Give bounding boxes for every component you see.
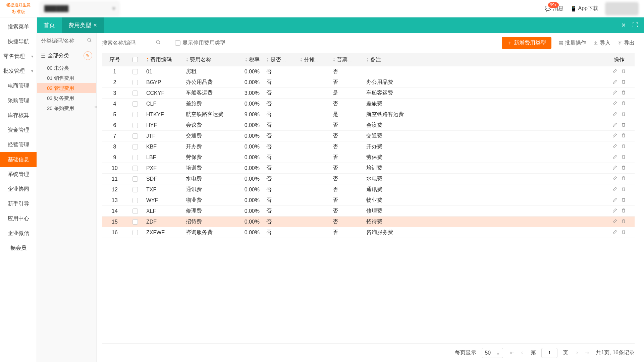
table-row[interactable]: 4CLF差旅费0.00%否否差旅费 (102, 99, 635, 109)
edit-icon[interactable] (612, 90, 618, 96)
add-expense-type-button[interactable]: ＋ 新增费用类型 (502, 37, 551, 49)
delete-icon[interactable] (621, 219, 626, 225)
delete-icon[interactable] (621, 165, 626, 171)
col-index[interactable]: 序号 (102, 56, 127, 63)
edit-icon[interactable] (612, 79, 618, 85)
tab-close-all[interactable]: ✕ (619, 21, 628, 29)
col-select-all[interactable] (127, 57, 143, 62)
col-b[interactable]: ▲▼分摊… (297, 56, 329, 63)
edit-icon[interactable]: ✎ (84, 51, 92, 60)
row-checkbox[interactable] (127, 230, 143, 235)
delete-icon[interactable] (621, 101, 626, 107)
table-row[interactable]: 8KBF开办费0.00%否否开办费 (102, 141, 635, 152)
sidebar-item[interactable]: 企业协同 (0, 182, 37, 196)
close-icon[interactable]: ✕ (93, 22, 97, 28)
delete-icon[interactable] (621, 154, 626, 161)
sidebar-item[interactable]: 搜索菜单 (0, 19, 37, 34)
table-row[interactable]: 5HTKYF航空铁路客运费9.00%否是航空铁路客运费 (102, 109, 635, 120)
collapse-icon[interactable]: « (94, 104, 97, 109)
row-checkbox[interactable] (127, 198, 143, 203)
sidebar-item[interactable]: 电商管理 (0, 78, 37, 93)
sidebar-item[interactable]: 新手引导 (0, 196, 37, 211)
col-code[interactable]: ▲▼费用编码 (143, 56, 182, 63)
sidebar-item[interactable]: 快捷导航 (0, 34, 37, 49)
app-download-link[interactable]: 📱 App下载 (570, 5, 598, 12)
table-row[interactable]: 3CCKYF车船客运费3.00%否是车船客运费 (102, 88, 635, 99)
page-prev-icon[interactable]: ‹ (519, 350, 525, 356)
edit-icon[interactable] (612, 122, 618, 128)
category-search-input[interactable] (41, 38, 81, 44)
tab-expense-type[interactable]: 费用类型 ✕ (62, 17, 104, 33)
row-checkbox[interactable] (127, 176, 143, 182)
col-a[interactable]: ▲▼是否… (263, 56, 297, 63)
col-note[interactable]: ▲▼备注 (363, 56, 604, 63)
col-rate[interactable]: ▲▼税率 (236, 56, 263, 63)
delete-icon[interactable] (621, 186, 626, 193)
row-checkbox[interactable] (127, 187, 143, 192)
page-first-icon[interactable]: ⇤ (508, 350, 515, 356)
edit-icon[interactable] (612, 165, 618, 171)
sidebar-item[interactable]: 基础信息 (0, 152, 37, 167)
row-checkbox[interactable] (127, 133, 143, 139)
table-row[interactable]: 16ZXFWF咨询服务费0.00%否否咨询服务费 (102, 227, 635, 238)
row-checkbox[interactable] (127, 166, 143, 171)
edit-icon[interactable] (612, 197, 618, 203)
row-checkbox[interactable] (127, 208, 143, 214)
table-row[interactable]: 12TXF通讯费0.00%否否通讯费 (102, 184, 635, 195)
category-item[interactable]: 02 管理费用 (37, 83, 96, 93)
avatar[interactable] (605, 2, 639, 15)
table-row[interactable]: 2BGYP办公用品费0.00%否否办公用品费 (102, 77, 635, 88)
col-name[interactable]: ▲▼费用名称 (182, 56, 236, 63)
category-all[interactable]: ☰ 全部分类 ✎ (37, 49, 96, 62)
delete-icon[interactable] (621, 111, 626, 118)
table-row[interactable]: 13WYF物业费0.00%否否物业费 (102, 195, 635, 206)
edit-icon[interactable] (612, 111, 618, 118)
fullscreen-icon[interactable]: ⛶ (631, 21, 639, 29)
edit-icon[interactable] (612, 143, 618, 150)
edit-icon[interactable] (612, 208, 618, 214)
delete-icon[interactable] (621, 197, 626, 203)
batch-button[interactable]: 批量操作 (558, 40, 586, 47)
messages-link[interactable]: 99+ 💬 消息 (545, 5, 564, 12)
row-checkbox[interactable] (127, 112, 143, 117)
search-icon[interactable] (87, 38, 92, 45)
per-page-select[interactable]: 50 ⌄ (482, 348, 503, 358)
table-row[interactable]: 6HYF会议费0.00%否否会议费 (102, 120, 635, 131)
edit-icon[interactable] (612, 154, 618, 161)
table-row[interactable]: 14XLF修理费0.00%否否修理费 (102, 206, 635, 217)
sidebar-item[interactable]: 零售管理▾ (0, 49, 37, 64)
table-row[interactable]: 10PXF培训费0.00%否否培训费 (102, 163, 635, 174)
import-button[interactable]: 导入 (593, 40, 610, 47)
row-checkbox[interactable] (127, 219, 143, 225)
delete-icon[interactable] (621, 79, 626, 85)
sidebar-item[interactable]: 企业微信 (0, 226, 37, 241)
sidebar-item[interactable]: 畅会员 (0, 241, 37, 255)
row-checkbox[interactable] (127, 80, 143, 85)
row-checkbox[interactable] (127, 101, 143, 107)
table-row[interactable]: 101房租0.00%否否 (102, 66, 635, 77)
table-search-input[interactable] (102, 40, 156, 46)
row-checkbox[interactable] (127, 155, 143, 160)
row-checkbox[interactable] (127, 144, 143, 149)
row-checkbox[interactable] (127, 123, 143, 128)
page-last-icon[interactable]: ⇥ (584, 350, 590, 356)
table-row[interactable]: 11SDF水电费0.00%否否水电费 (102, 174, 635, 184)
edit-icon[interactable] (612, 186, 618, 193)
category-item[interactable]: 20 采购费用 (37, 103, 96, 113)
delete-icon[interactable] (621, 90, 626, 96)
export-button[interactable]: 导出 (617, 40, 635, 47)
delete-icon[interactable] (621, 229, 626, 236)
edit-icon[interactable] (612, 219, 618, 225)
edit-icon[interactable] (612, 68, 618, 75)
row-checkbox[interactable] (127, 90, 143, 96)
category-item[interactable]: 03 财务费用 (37, 93, 96, 103)
show-disabled-checkbox[interactable]: 显示停用费用类型 (175, 40, 225, 47)
delete-icon[interactable] (621, 208, 626, 214)
page-next-icon[interactable]: › (574, 350, 580, 356)
table-row[interactable]: 15ZDF招待费0.00%否否招待费 (102, 217, 635, 227)
edit-icon[interactable] (612, 176, 618, 182)
delete-icon[interactable] (621, 68, 626, 75)
row-checkbox[interactable] (127, 69, 143, 74)
category-item[interactable]: 00 未分类 (37, 63, 96, 73)
category-item[interactable]: 01 销售费用 (37, 73, 96, 83)
